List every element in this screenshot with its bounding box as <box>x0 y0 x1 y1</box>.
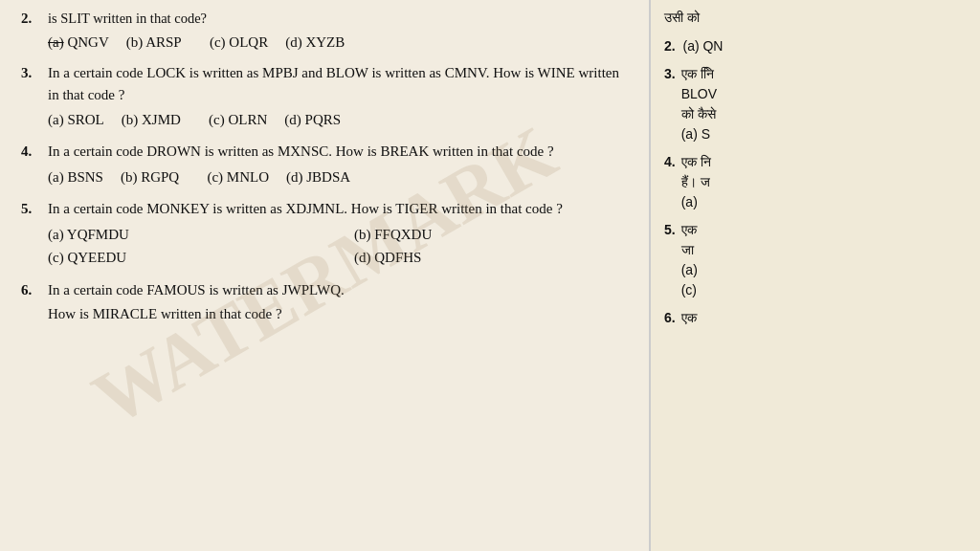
question-3: 3. In a certain code LOCK is written as … <box>21 62 632 132</box>
q4-option-c: (c) MNLO <box>196 166 269 188</box>
q5-option-d: (d) QDFHS <box>354 247 632 269</box>
q3-option-d: (d) PQRS <box>284 109 341 131</box>
q3-option-a: (a) SROL <box>48 109 104 131</box>
question-2-partial: 2. is SLIT written in that code? (a) QNG… <box>21 8 632 55</box>
right-top-text: उसी को <box>664 10 700 25</box>
q3-text: In a certain code LOCK is written as MPB… <box>48 62 632 107</box>
right-q6: 6. एक <box>664 308 969 328</box>
q2-text: is SLIT written in that code? (a) QNGV (… <box>48 8 632 55</box>
right-q6-text: एक <box>681 308 697 328</box>
right-q3-text1: एक निि <box>681 64 717 84</box>
q4-option-d: (d) JBDSA <box>286 166 350 188</box>
q6-text: In a certain code FAMOUS is written as J… <box>48 279 632 301</box>
right-q4-num: 4. <box>664 152 676 212</box>
q6-text-block: In a certain code FAMOUS is written as J… <box>48 279 632 328</box>
q4-text: In a certain code DROWN is written as MX… <box>48 141 632 163</box>
q3-options: (a) SROL (b) XJMD (c) OLRN (d) PQRS <box>48 109 632 131</box>
q3-number: 3. <box>21 62 48 132</box>
right-q3-opt: (a) S <box>681 124 717 144</box>
q5-number: 5. <box>21 198 48 270</box>
q5-option-a: (a) YQFMDU <box>48 224 325 246</box>
left-column: WATERMARK 2. is SLIT written in that cod… <box>0 0 651 551</box>
q2-opt-a-val: QNGV <box>67 34 108 50</box>
question-5: 5. In a certain code MONKEY is written a… <box>21 198 632 270</box>
right-q3-num: 3. <box>664 64 676 144</box>
q3-option-c: (c) OLRN <box>198 109 267 131</box>
question-4: 4. In a certain code DROWN is written as… <box>21 141 632 188</box>
q3-option-b: (b) XJMD <box>122 109 181 131</box>
right-q2-text: (a) QN <box>679 38 724 54</box>
q4-options: (a) BSNS (b) RGPQ (c) MNLO (d) JBDSA <box>48 166 632 188</box>
right-q3: 3. एक निि BLOV को कैसे (a) S <box>664 64 969 144</box>
q3-text-block: In a certain code LOCK is written as MPB… <box>48 62 632 132</box>
right-q2: 2. (a) QN <box>664 36 969 57</box>
right-q5-opt-c: (c) <box>681 280 698 300</box>
right-q4: 4. एक नि हैं। ज (a) <box>664 152 969 212</box>
q4-text-block: In a certain code DROWN is written as MX… <box>48 141 632 188</box>
right-q5-text2: जा <box>681 240 698 260</box>
q4-number: 4. <box>21 141 48 188</box>
right-column: उसी को 2. (a) QN 3. एक निि BLOV को कैसे … <box>651 0 980 551</box>
right-q6-num: 6. <box>664 308 676 328</box>
q2-options: (a) QNGV (b) ARSP (c) OLQR (d) XYZB <box>48 32 632 54</box>
q6-number: 6. <box>21 279 48 328</box>
right-top-partial: उसी को <box>664 8 969 29</box>
q5-options: (a) YQFMDU (b) FFQXDU (c) QYEEDU (d) QDF… <box>48 224 632 270</box>
right-q4-text1: एक नि <box>681 152 711 172</box>
q4-option-b: (b) RGPQ <box>121 166 179 188</box>
right-q3-text2: BLOV <box>681 84 717 104</box>
right-q4-text2: हैं। ज <box>681 172 711 192</box>
q5-option-c: (c) QYEEDU <box>48 247 325 269</box>
q2-option-c: (c) OLQR <box>199 32 268 54</box>
question-6-partial: 6. In a certain code FAMOUS is written a… <box>21 279 632 328</box>
q4-option-a: (a) BSNS <box>48 166 103 188</box>
q6-text2: How is MIRACLE written in that code ? <box>48 303 632 325</box>
q5-option-b: (b) FFQXDU <box>354 224 632 246</box>
q2-opt-a-label: (a) <box>48 32 64 54</box>
q2-option-b: (b) ARSP <box>126 32 182 54</box>
right-q4-opt-a: (a) <box>681 192 711 212</box>
right-q5-opt-a: (a) <box>681 260 698 280</box>
q5-text-block: In a certain code MONKEY is written as X… <box>48 198 632 270</box>
q2-partial-text: is SLIT written in that code? <box>48 8 632 29</box>
q2-option-d: (d) XYZB <box>285 32 345 54</box>
q2-number: 2. <box>21 8 48 55</box>
right-q5-num: 5. <box>664 220 676 300</box>
right-q2-num: 2. <box>664 38 676 54</box>
q2-option-a: (a) QNGV <box>48 32 109 54</box>
right-q5-text1: एक <box>681 220 698 240</box>
page-container: WATERMARK 2. is SLIT written in that cod… <box>0 0 980 551</box>
q5-text: In a certain code MONKEY is written as X… <box>48 198 632 220</box>
right-q3-text3: को कैसे <box>681 104 717 124</box>
right-q5: 5. एक जा (a) (c) <box>664 220 969 300</box>
